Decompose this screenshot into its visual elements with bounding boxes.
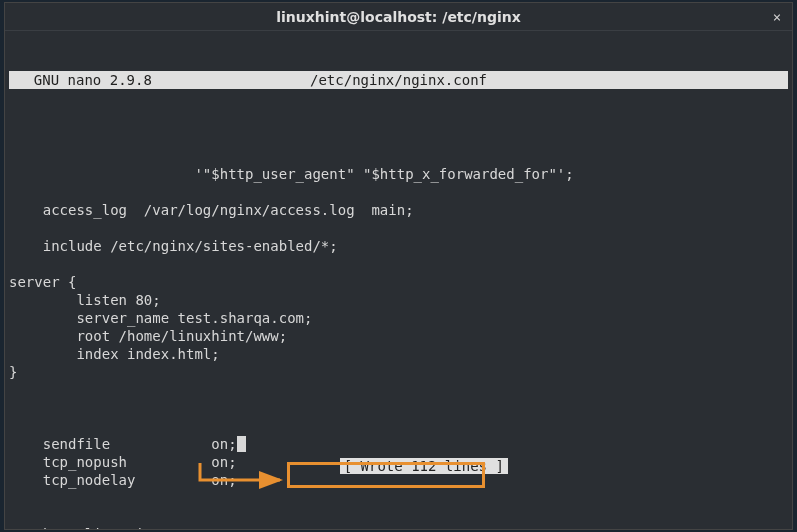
editor-line: [9, 255, 788, 273]
editor-line: index index.html;: [9, 345, 788, 363]
editor-line: [9, 399, 788, 417]
nano-header: GNU nano 2.9.8 /etc/nginx/nginx.conf: [9, 71, 788, 89]
close-icon[interactable]: ×: [770, 10, 784, 24]
terminal-body[interactable]: GNU nano 2.9.8 /etc/nginx/nginx.conf '"$…: [5, 31, 792, 529]
editor-line: include /etc/nginx/sites-enabled/*;: [9, 237, 788, 255]
nano-status-message: [ Wrote 112 lines ]: [340, 458, 508, 474]
editor-line: root /home/linuxhint/www;: [9, 327, 788, 345]
editor-line: }: [9, 363, 788, 381]
editor-line: '"$http_user_agent" "$http_x_forwarded_f…: [9, 165, 788, 183]
editor-line: [9, 417, 788, 435]
editor-line: [9, 381, 788, 399]
nano-status-line: [ Wrote 112 lines ]: [5, 439, 792, 493]
window-titlebar: linuxhint@localhost: /etc/nginx ×: [5, 3, 792, 31]
window-title: linuxhint@localhost: /etc/nginx: [276, 9, 521, 25]
nano-shortcut-bar: ^GGet Help^OWrite Out^WWhere Is^KCut Tex…: [9, 493, 788, 529]
editor-line: [9, 183, 788, 201]
editor-line: [9, 219, 788, 237]
editor-line: listen 80;: [9, 291, 788, 309]
terminal-window: linuxhint@localhost: /etc/nginx × GNU na…: [4, 2, 793, 530]
editor-line: access_log /var/log/nginx/access.log mai…: [9, 201, 788, 219]
editor-line: server_name test.sharqa.com;: [9, 309, 788, 327]
nano-version: GNU nano 2.9.8: [9, 71, 152, 89]
editor-line: [9, 147, 788, 165]
editor-line: server {: [9, 273, 788, 291]
